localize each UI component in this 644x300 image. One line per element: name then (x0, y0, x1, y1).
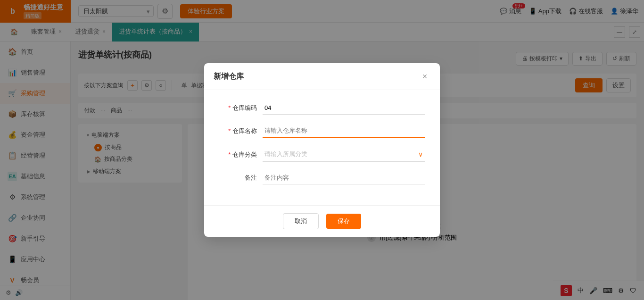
cancel-button[interactable]: 取消 (283, 213, 319, 229)
code-label: 仓库编码 (219, 104, 257, 112)
new-warehouse-dialog: 新增仓库 × 仓库编码 仓库名称 仓库分类 请输入所属分类 ∨ 备注 (204, 63, 440, 237)
dialog-footer: 取消 保存 (204, 205, 440, 237)
form-row-code: 仓库编码 (219, 101, 425, 115)
category-select[interactable]: 请输入所属分类 ∨ (263, 147, 425, 162)
save-button[interactable]: 保存 (326, 214, 361, 229)
form-row-remark: 备注 (219, 171, 425, 184)
form-row-name: 仓库名称 (219, 124, 425, 138)
name-label: 仓库名称 (219, 127, 257, 135)
form-row-category: 仓库分类 请输入所属分类 ∨ (219, 147, 425, 162)
dialog-title: 新增仓库 (214, 72, 244, 82)
dialog-body: 仓库编码 仓库名称 仓库分类 请输入所属分类 ∨ 备注 (204, 90, 440, 205)
category-label: 仓库分类 (219, 150, 257, 159)
dialog-close-button[interactable]: × (419, 71, 430, 82)
remark-label: 备注 (219, 174, 257, 182)
name-input[interactable] (263, 124, 425, 138)
code-input[interactable] (263, 101, 425, 115)
category-arrow-icon: ∨ (418, 150, 423, 158)
remark-input[interactable] (263, 171, 425, 184)
dialog-header: 新增仓库 × (204, 63, 440, 90)
category-placeholder: 请输入所属分类 (264, 150, 307, 158)
dialog-overlay: 新增仓库 × 仓库编码 仓库名称 仓库分类 请输入所属分类 ∨ 备注 (0, 0, 644, 300)
